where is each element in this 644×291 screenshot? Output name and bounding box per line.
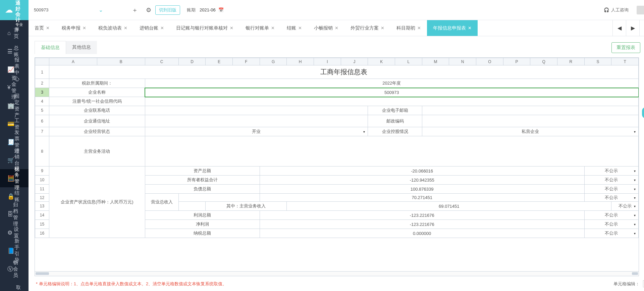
calendar-icon[interactable]: 📅	[218, 7, 224, 12]
tab-7[interactable]: 小畅报销✕	[308, 20, 344, 36]
close-icon[interactable]: ✕	[160, 26, 164, 31]
tab-next-button[interactable]: ▶	[626, 20, 640, 36]
year-2024年[interactable]: 2024年	[642, 158, 644, 169]
row-header-5[interactable]: 5	[35, 106, 49, 115]
nav-item-10[interactable]: 🗄归档管理	[0, 205, 29, 224]
holding-label[interactable]: 企业控股情况	[368, 127, 422, 136]
holding-value[interactable]: 私营企业	[422, 127, 638, 136]
year-2022年[interactable]: 2022年	[642, 133, 644, 144]
email-value[interactable]	[422, 106, 638, 115]
tab-2[interactable]: 税负波动表✕	[92, 20, 133, 36]
phone-value[interactable]	[145, 106, 368, 115]
col-header-D[interactable]: D	[178, 58, 206, 65]
detail-value-11[interactable]: 100.876339	[260, 185, 584, 194]
tab-1[interactable]: 税务申报✕	[56, 20, 92, 36]
close-icon[interactable]: ✕	[468, 26, 472, 31]
company-name-label[interactable]: 企业名称	[49, 88, 145, 97]
detail-value-13[interactable]: 69.071451	[287, 202, 611, 211]
subtab-0[interactable]: 基础信息	[35, 41, 66, 54]
old-version-button[interactable]: 切到旧版	[155, 5, 180, 15]
close-icon[interactable]: ✕	[335, 26, 338, 31]
year-2026年[interactable]: 2026年	[642, 184, 644, 195]
asset-group-label[interactable]: 企业资产状况信息(币种：人民币万元)	[49, 166, 145, 238]
nav-item-13[interactable]: Ⓥ畅会员	[0, 260, 29, 278]
zip-value[interactable]	[422, 115, 638, 127]
detail-label-9[interactable]: 资产总额	[145, 166, 260, 176]
row-header-4[interactable]: 4	[35, 97, 49, 106]
detail-pub-13[interactable]: 不公示	[611, 202, 639, 211]
close-icon[interactable]: ✕	[124, 26, 127, 31]
col-header-J[interactable]: J	[341, 58, 368, 65]
col-header-F[interactable]: F	[233, 58, 260, 65]
close-icon[interactable]: ✕	[381, 26, 384, 31]
row-header-13[interactable]: 13	[35, 202, 49, 211]
detail-label-12[interactable]: 营业总收入	[145, 194, 178, 211]
email-label[interactable]: 企业电子邮箱	[368, 106, 422, 115]
nav-item-8[interactable]: 🧮税务管理	[0, 169, 29, 187]
detail-pub-12[interactable]: 不公示	[584, 194, 638, 202]
detail-label-10[interactable]: 所有者权益合计	[145, 176, 260, 185]
nav-item-4[interactable]: 🏢固定资产	[0, 97, 29, 115]
col-header-I[interactable]: I	[314, 58, 341, 65]
gear-icon[interactable]: ⚙	[146, 6, 151, 14]
tab-prev-button[interactable]: ◀	[613, 20, 626, 36]
reg-code-label[interactable]: 注册号/统一社会信用代码	[49, 97, 145, 106]
detail-pub-14[interactable]: 不公示	[584, 211, 638, 220]
detail-pub-9[interactable]: 不公示	[584, 166, 638, 176]
col-header-K[interactable]: K	[368, 58, 395, 65]
sheet-title[interactable]: 工商年报信息表	[49, 65, 639, 79]
col-header-Q[interactable]: Q	[530, 58, 557, 65]
plus-icon[interactable]: ＋	[132, 6, 138, 14]
col-header-O[interactable]: O	[476, 58, 503, 65]
detail-label-14[interactable]: 利润总额	[145, 211, 260, 220]
detail-value-16[interactable]: 0.000000	[260, 229, 584, 238]
col-header-G[interactable]: G	[260, 58, 287, 65]
subtab-1[interactable]: 其他信息	[66, 41, 97, 54]
year-2023年[interactable]: 2023年	[642, 145, 644, 157]
sidebar-unpin[interactable]: ◀▎取消固定	[0, 278, 29, 291]
tab-8[interactable]: 外贸行业方案✕	[344, 20, 390, 36]
period-label-cell[interactable]: 税款所属期间：	[49, 79, 145, 88]
close-icon[interactable]: ✕	[298, 26, 302, 31]
tab-close-button[interactable]: ✕	[640, 20, 644, 36]
close-icon[interactable]: ✕	[46, 26, 50, 31]
detail-sub-13[interactable]: 其中：主营业务收入	[206, 202, 287, 211]
main-biz-value[interactable]	[145, 136, 638, 166]
col-header-H[interactable]: H	[287, 58, 314, 65]
user-menu[interactable]: 徐泽华	[637, 6, 644, 14]
row-header-8[interactable]: 8	[35, 136, 49, 166]
col-header-N[interactable]: N	[449, 58, 476, 65]
row-header-9[interactable]: 9	[35, 166, 49, 176]
detail-sub-12[interactable]	[178, 194, 260, 202]
tab-3[interactable]: 进销台账✕	[133, 20, 170, 36]
main-biz-label[interactable]: 主营业务活动	[49, 136, 145, 166]
nav-item-0[interactable]: ⌂首页	[0, 24, 29, 42]
detail-value-14[interactable]: -123.221676	[260, 211, 584, 220]
row-header-2[interactable]: 2	[35, 79, 49, 88]
col-header-M[interactable]: M	[422, 58, 449, 65]
detail-label-13[interactable]	[178, 202, 206, 211]
account-select[interactable]: 500973 ⌄	[34, 7, 128, 13]
close-icon[interactable]: ✕	[230, 26, 233, 31]
reset-report-button[interactable]: 重置报表	[611, 42, 640, 53]
tab-0[interactable]: 首页✕	[29, 20, 56, 36]
grid-corner[interactable]	[35, 58, 49, 65]
phone-label[interactable]: 企业联系电话	[49, 106, 145, 115]
reg-code-value[interactable]	[145, 97, 638, 106]
close-icon[interactable]: ✕	[83, 26, 86, 31]
tab-4[interactable]: 日记账与银行对账单核对✕	[170, 20, 239, 36]
detail-value-15[interactable]: -123.221676	[260, 220, 584, 229]
col-header-L[interactable]: L	[395, 58, 422, 65]
company-name-value[interactable]: 500973	[145, 88, 638, 97]
col-header-B[interactable]: B	[97, 58, 145, 65]
row-header-14[interactable]: 14	[35, 211, 49, 220]
year-2018年[interactable]: 2018年	[642, 82, 644, 93]
col-header-S[interactable]: S	[584, 58, 611, 65]
col-header-T[interactable]: T	[611, 58, 639, 65]
nav-item-12[interactable]: 📘新手引导	[0, 242, 29, 260]
row-header-1[interactable]: 1	[35, 65, 49, 79]
row-header-7[interactable]: 7	[35, 127, 49, 136]
tab-5[interactable]: 银行对账单✕	[239, 20, 281, 36]
period-value-cell[interactable]: 2022年度	[145, 79, 638, 88]
detail-pub-16[interactable]: 不公示	[584, 229, 638, 238]
